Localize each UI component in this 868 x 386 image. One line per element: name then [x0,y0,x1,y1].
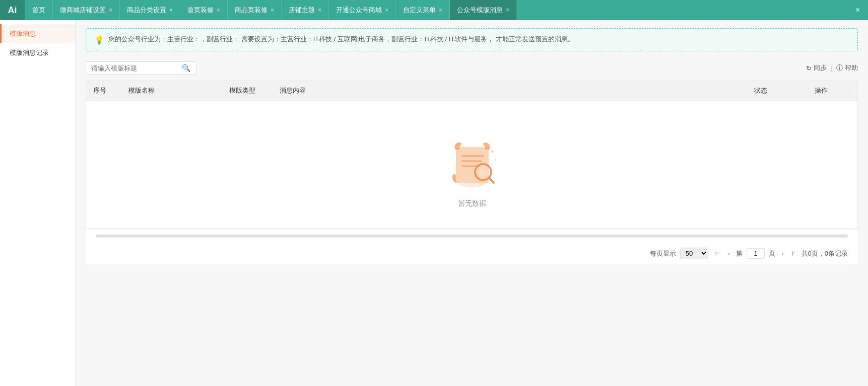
first-page-button[interactable]: ⊨ [712,249,722,258]
close-icon[interactable]: × [318,7,321,14]
close-icon[interactable]: × [169,7,173,14]
nav-tab-category-settings[interactable]: 商品分类设置 × [120,0,180,20]
search-icon[interactable]: 🔍 [182,64,190,72]
content-area: 💡 您的公众号行业为：主营行业：，副营行业： 需要设置为：主营行业：IT科技 /… [76,20,868,386]
top-navigation: Ai 首页 微商城店铺设置 × 商品分类设置 × 首页装修 × 商品页装修 × … [0,0,868,20]
col-header-index: 序号 [86,81,121,101]
logo: Ai [0,0,25,20]
col-header-content: 消息内容 [273,81,747,101]
notice-box: 💡 您的公众号行业为：主营行业：，副营行业： 需要设置为：主营行业：IT科技 /… [86,28,858,51]
nav-tab-product-decor[interactable]: 商品页装修 × [228,0,282,20]
last-page-button[interactable]: ⊧ [790,249,797,258]
nav-tab-home-decor[interactable]: 首页装修 × [180,0,228,20]
svg-point-6 [478,167,488,177]
col-header-status: 状态 [747,81,808,101]
nav-tab-home[interactable]: 首页 [25,0,53,20]
bulb-icon: 💡 [94,35,104,45]
sidebar: 模版消息 模版消息记录 [0,20,76,386]
pagination: 每页显示 10 20 50 100 ⊨ ‹ 第 页 › ⊧ 共0页，0条记录 [86,243,858,264]
data-table: 序号 模版名称 模版类型 消息内容 状态 操作 [86,81,858,229]
search-input[interactable] [91,64,182,72]
page-size-label: 每页显示 [650,249,676,258]
page-number-input[interactable] [747,248,765,259]
close-icon[interactable]: × [109,7,112,14]
empty-text: 暂无数据 [458,199,486,208]
col-header-action: 操作 [808,81,858,101]
svg-text:✦: ✦ [494,158,497,162]
notice-highlight-text: 需要设置为：主营行业：IT科技 / 互联网|电子商务，副营行业：IT科技 / I… [241,35,494,43]
svg-line-7 [489,178,494,183]
sync-button[interactable]: ↻ 同步 [806,63,827,72]
close-icon[interactable]: × [439,7,442,14]
page-di-label: 第 [736,249,743,258]
svg-text:✦: ✦ [490,149,494,155]
help-button[interactable]: ⓘ 帮助 [836,63,858,72]
col-header-name: 模版名称 [121,81,222,101]
prev-page-button[interactable]: ‹ [726,249,732,258]
page-label: 页 [769,249,775,258]
empty-row: ✦ ✦ 暂无数据 [86,101,858,229]
toolbar-right: ↻ 同步 | ⓘ 帮助 [806,63,858,72]
scrollbar-row [86,229,858,243]
nav-tab-template-msg[interactable]: 公众号模版消息 × [450,0,517,20]
close-icon[interactable]: × [271,7,274,14]
horizontal-scrollbar[interactable] [96,235,848,238]
table-header-row: 序号 模版名称 模版类型 消息内容 状态 操作 [86,81,858,101]
help-icon: ⓘ [836,63,843,72]
nav-tab-shop-settings[interactable]: 微商城店铺设置 × [53,0,120,20]
page-size-select[interactable]: 10 20 50 100 [680,248,708,259]
empty-state: ✦ ✦ 暂无数据 [86,101,857,228]
main-layout: 模版消息 模版消息记录 💡 您的公众号行业为：主营行业：，副营行业： 需要设置为… [0,20,868,386]
notice-text: 您的公众号行业为：主营行业：，副营行业： 需要设置为：主营行业：IT科技 / 互… [108,35,574,44]
search-bar: 🔍 ↻ 同步 | ⓘ 帮助 [86,61,858,74]
col-header-type: 模版类型 [222,81,273,101]
total-info: 共0页，0条记录 [802,249,848,258]
nav-tab-open-mall[interactable]: 开通公众号商城 × [329,0,396,20]
search-input-wrap[interactable]: 🔍 [86,61,196,74]
sidebar-item-template-message[interactable]: 模版消息 [0,24,75,43]
sync-icon: ↻ [806,64,812,72]
svg-rect-1 [456,147,489,183]
close-icon[interactable]: × [217,7,220,14]
toolbar-divider: | [831,64,832,72]
close-all-button[interactable]: × [847,0,868,20]
nav-tab-shop-theme[interactable]: 店铺主题 × [282,0,329,20]
nav-tab-custom-menu[interactable]: 自定义菜单 × [396,0,450,20]
empty-illustration: ✦ ✦ [442,131,502,191]
close-icon[interactable]: × [385,7,388,14]
close-icon[interactable]: × [506,7,509,14]
next-page-button[interactable]: › [779,249,785,258]
sidebar-item-template-message-log[interactable]: 模版消息记录 [0,43,75,62]
